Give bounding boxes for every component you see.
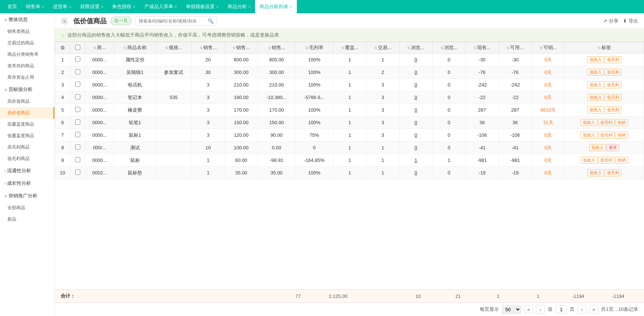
row-checkbox[interactable] — [75, 157, 80, 162]
cell-checkbox[interactable] — [70, 167, 85, 179]
sidebar-item-stock-capital[interactable]: 库存资金占用 — [0, 72, 54, 83]
browse-link[interactable]: 0 — [415, 120, 417, 125]
sidebar-item-category-sales[interactable]: 商品分类销售率 — [0, 49, 54, 60]
th-gross[interactable]: 毛利率 — [295, 42, 333, 54]
last-page-btn[interactable]: » — [589, 305, 598, 314]
cell-browse1[interactable]: 0 — [399, 66, 432, 79]
th-trade[interactable]: 交易... — [366, 42, 399, 54]
browse-link[interactable]: 0 — [415, 69, 417, 75]
row-checkbox[interactable] — [75, 57, 80, 62]
sidebar-section-growth[interactable]: › 成长性分析 — [0, 177, 54, 190]
th-tags[interactable]: 标签 — [565, 42, 644, 54]
row-checkbox[interactable] — [75, 119, 80, 125]
sidebar-item-low-coverage[interactable]: 低覆盖度商品 — [0, 130, 54, 142]
close-icon[interactable]: × — [175, 4, 177, 9]
cell-browse1[interactable]: 1 — [399, 154, 432, 167]
sidebar-collapse-btn[interactable]: « — [61, 17, 68, 25]
cell-checkbox[interactable] — [70, 154, 85, 167]
th-checkbox[interactable] — [70, 42, 85, 54]
close-icon[interactable]: × — [42, 4, 44, 9]
th-sales3[interactable]: 销售... — [258, 42, 295, 54]
close-icon[interactable]: × — [101, 4, 103, 9]
browse-link[interactable]: 0 — [415, 132, 417, 138]
cell-checkbox[interactable] — [70, 129, 85, 142]
cell-checkbox[interactable] — [70, 116, 85, 129]
th-code[interactable]: 商... — [85, 42, 114, 54]
row-checkbox[interactable] — [75, 170, 80, 175]
sidebar-section-circulation[interactable]: › 流通性分析 — [0, 164, 54, 177]
nav-tab-template[interactable]: 单据模板设置 × — [181, 0, 223, 13]
prev-page-btn[interactable]: ‹ — [536, 305, 545, 314]
sidebar-section-marketing[interactable]: ∨ 营销推广分析 — [0, 190, 54, 202]
cell-browse1[interactable]: 0 — [399, 116, 432, 129]
sidebar-item-high-value[interactable]: 高价值商品 — [0, 96, 54, 107]
cell-checkbox[interactable] — [70, 66, 85, 79]
close-icon[interactable]: × — [69, 4, 71, 9]
cell-browse1[interactable]: 0 — [399, 91, 432, 104]
first-page-btn[interactable]: « — [524, 305, 533, 314]
cell-browse1[interactable]: 0 — [399, 104, 432, 116]
cell-checkbox[interactable] — [70, 54, 85, 66]
table-wrapper[interactable]: ⚙ 商... 商品名称 规格... 销售... 销售... 销售... 毛利率 … — [55, 42, 644, 289]
close-icon[interactable]: × — [133, 4, 135, 9]
page-size-select[interactable]: 50 100 — [502, 305, 521, 314]
cell-browse1[interactable]: 0 — [399, 79, 432, 91]
browse-link[interactable]: 1 — [415, 157, 417, 163]
row-checkbox[interactable] — [75, 132, 80, 137]
cell-checkbox[interactable] — [70, 79, 85, 91]
browse-link[interactable]: 0 — [415, 82, 417, 88]
nav-tab-sales[interactable]: 销售单 × — [21, 0, 48, 13]
page-input[interactable] — [556, 306, 567, 313]
sidebar-item-all-goods[interactable]: 全部商品 — [0, 202, 54, 214]
th-browse1[interactable]: 浏览... — [399, 42, 432, 54]
sidebar-item-new-goods[interactable]: 新品 — [0, 214, 54, 225]
cell-browse1[interactable]: 0 — [399, 167, 432, 179]
row-checkbox[interactable] — [75, 107, 80, 112]
th-spec[interactable]: 规格... — [156, 42, 192, 54]
nav-tab-analysis[interactable]: 商品分析 × — [223, 0, 255, 13]
nav-tab-analysis-list[interactable]: 商品分析列表 × — [255, 0, 296, 13]
export-button[interactable]: ⬇ 导出 — [623, 18, 638, 24]
browse-link[interactable]: 0 — [415, 170, 417, 176]
sidebar-section-contribution[interactable]: ∨ 贡献值分析 — [0, 83, 54, 96]
row-checkbox[interactable] — [75, 94, 80, 99]
row-checkbox[interactable] — [75, 82, 80, 87]
cell-checkbox[interactable] — [70, 91, 85, 104]
sidebar-item-low-value[interactable]: 低价值商品 — [0, 107, 54, 119]
nav-tab-roles[interactable]: 角色授权 × — [108, 0, 140, 13]
next-page-btn[interactable]: › — [577, 305, 586, 314]
th-stock1[interactable]: 现有... — [466, 42, 499, 54]
th-name[interactable]: 商品名称 — [114, 42, 156, 54]
share-button[interactable]: ⇗ 分享 — [603, 18, 618, 24]
browse-link[interactable]: 0 — [415, 107, 417, 113]
search-input[interactable] — [139, 18, 206, 24]
th-sales2[interactable]: 销售... — [225, 42, 258, 54]
th-sales1[interactable]: 销售... — [192, 42, 225, 54]
settings-icon[interactable]: ⚙ — [60, 45, 65, 51]
nav-home[interactable]: 首页 — [3, 0, 21, 13]
sidebar-item-old-stock[interactable]: 老库存的商品 — [0, 60, 54, 72]
browse-link[interactable]: 0 — [415, 95, 417, 100]
row-checkbox[interactable] — [75, 145, 80, 150]
nav-tab-permissions[interactable]: 权限设置 × — [76, 0, 108, 13]
th-browse2[interactable]: 浏览... — [432, 42, 465, 54]
sidebar-item-high-profit[interactable]: 高毛利商品 — [0, 142, 54, 153]
cell-browse1[interactable]: 0 — [399, 54, 432, 66]
browse-link[interactable]: 0 — [415, 57, 417, 62]
sidebar-item-low-profit[interactable]: 低毛利商品 — [0, 153, 54, 164]
sidebar-item-sales-goods[interactable]: 销售类商品 — [0, 26, 54, 37]
th-days[interactable]: 可销... — [531, 42, 564, 54]
sidebar-item-traded-goods[interactable]: 交易过的商品 — [0, 37, 54, 49]
select-all-checkbox[interactable] — [75, 45, 80, 50]
period-button[interactable]: 近一月 — [110, 17, 132, 25]
cell-checkbox[interactable] — [70, 142, 85, 154]
browse-link[interactable]: 0 — [415, 145, 417, 150]
cell-browse1[interactable]: 0 — [399, 142, 432, 154]
row-checkbox[interactable] — [75, 69, 80, 74]
sidebar-section-overview[interactable]: ∨ 整体信息 — [0, 13, 54, 26]
search-icon[interactable]: 🔍 — [208, 18, 214, 24]
sidebar-item-high-coverage[interactable]: 高覆盖度商品 — [0, 119, 54, 130]
cell-browse1[interactable]: 0 — [399, 129, 432, 142]
th-settings[interactable]: ⚙ — [55, 42, 70, 54]
close-icon[interactable]: × — [290, 4, 292, 9]
